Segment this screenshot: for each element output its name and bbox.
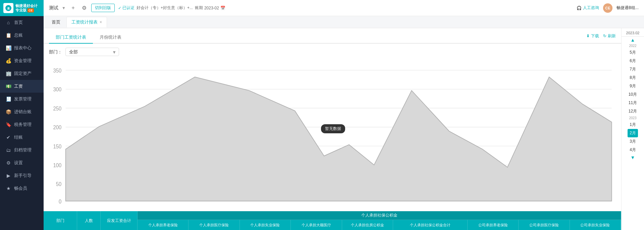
sidebar-item-reports[interactable]: 📊报表中心 bbox=[0, 42, 44, 54]
tax-icon: 🔖 bbox=[5, 122, 11, 127]
sidebar: 通 畅捷通好会计 专业版 CE ⌂首页📋总账📊报表中心💰资金管理🏢固定资产💵工资… bbox=[0, 0, 44, 230]
month-item-2022-8月[interactable]: 8月 bbox=[628, 74, 638, 82]
consultant-button[interactable]: 🎧 人工咨询 bbox=[577, 5, 599, 11]
sidebar-item-member[interactable]: ★畅会员 bbox=[0, 182, 44, 195]
download-button[interactable]: ⬇ 下载 bbox=[586, 33, 599, 39]
month-item-2022-6月[interactable]: 6月 bbox=[628, 57, 638, 65]
sidebar-nav: ⌂首页📋总账📊报表中心💰资金管理🏢固定资产💵工资🧾发票管理📦进销台账🔖税务管理✔… bbox=[0, 16, 44, 195]
month-item-2022-7月[interactable]: 7月 bbox=[628, 65, 638, 74]
sidebar-label-sales: 进销台账 bbox=[14, 109, 32, 115]
sidebar-item-funds[interactable]: 💰资金管理 bbox=[0, 54, 44, 67]
date-panel-header: 2023.02 bbox=[622, 30, 644, 37]
month-item-2022-11月[interactable]: 11月 bbox=[628, 99, 638, 107]
salary-icon: 💵 bbox=[5, 84, 11, 89]
sidebar-item-settings[interactable]: ⚙设置 bbox=[0, 156, 44, 169]
tab-bar: 首页 工资统计报表 × bbox=[44, 16, 644, 28]
year-label-2023: 2023 bbox=[628, 116, 638, 121]
logo-icon: 通 bbox=[3, 3, 13, 13]
refresh-button[interactable]: ↻ 刷新 bbox=[603, 33, 616, 39]
svg-text:200: 200 bbox=[53, 125, 61, 131]
sidebar-item-invoice[interactable]: 🧾发票管理 bbox=[0, 93, 44, 105]
subtab-month[interactable]: 月份统计表 bbox=[93, 32, 128, 44]
subtab-actions: ⬇ 下载 ↻ 刷新 bbox=[586, 33, 616, 42]
month-item-2023-2月[interactable]: 2月 bbox=[628, 129, 638, 137]
col-personal-unemployment: 个人承担失业保险 bbox=[240, 220, 291, 230]
month-item-2023-1月[interactable]: 1月 bbox=[628, 121, 638, 129]
date-down-button[interactable]: ▼ bbox=[630, 154, 636, 161]
user-name[interactable]: 畅捷通B组... bbox=[616, 5, 639, 11]
topbar-badges: ✓ 已认证 好会计（专）+好生意（标）+... 账期 2023-02 📅 bbox=[118, 5, 573, 11]
col-dept: 部门 bbox=[44, 211, 77, 230]
sidebar-item-archive[interactable]: 🗂归档管理 bbox=[0, 144, 44, 156]
dept-filter-label: 部门： bbox=[49, 49, 62, 55]
col-headcount: 人数 bbox=[77, 211, 101, 230]
tab-salary-report[interactable]: 工资统计报表 × bbox=[66, 17, 107, 28]
app-edition: 专业版 CE bbox=[15, 8, 38, 12]
settings-icon[interactable]: ⚙ bbox=[80, 4, 88, 12]
sidebar-item-settlement[interactable]: ✔结账 bbox=[0, 131, 44, 144]
product-info: 好会计（专）+好生意（标）+... bbox=[137, 5, 193, 11]
month-item-2022-5月[interactable]: 5月 bbox=[628, 48, 638, 57]
member-icon: ★ bbox=[5, 186, 11, 191]
sidebar-label-archive: 归档管理 bbox=[14, 147, 32, 153]
month-item-2022-9月[interactable]: 9月 bbox=[628, 82, 638, 90]
period-info: 账期 2023-02 📅 bbox=[195, 5, 225, 11]
month-item-2023-3月[interactable]: 3月 bbox=[628, 137, 638, 146]
col-salary-total: 应发工资合计 bbox=[101, 211, 138, 230]
month-item-2022-10月[interactable]: 10月 bbox=[628, 90, 638, 99]
svg-text:通: 通 bbox=[7, 7, 10, 10]
settlement-icon: ✔ bbox=[5, 135, 11, 140]
main-area: 测试 ▼ ＋ ⚙ 切到旧版 ✓ 已认证 好会计（专）+好生意（标）+... 账期… bbox=[44, 0, 644, 230]
sidebar-item-salary[interactable]: 💵工资 bbox=[0, 80, 44, 93]
month-item-2023-4月[interactable]: 4月 bbox=[628, 146, 638, 154]
sidebar-item-home[interactable]: ⌂首页 bbox=[0, 16, 44, 29]
ledger-icon: 📋 bbox=[5, 33, 11, 38]
sidebar-item-assets[interactable]: 🏢固定资产 bbox=[0, 67, 44, 80]
guide-icon: ▶ bbox=[5, 173, 11, 178]
certified-icon: ✓ bbox=[118, 6, 121, 10]
sales-icon: 📦 bbox=[5, 109, 11, 114]
svg-text:0: 0 bbox=[59, 198, 62, 204]
col-company-pension: 公司承担养老保险 bbox=[468, 220, 519, 230]
topbar: 测试 ▼ ＋ ⚙ 切到旧版 ✓ 已认证 好会计（专）+好生意（标）+... 账期… bbox=[44, 0, 644, 16]
calendar-icon[interactable]: 📅 bbox=[220, 6, 225, 10]
tab-home[interactable]: 首页 bbox=[47, 17, 65, 27]
sidebar-item-ledger[interactable]: 📋总账 bbox=[0, 29, 44, 42]
svg-text:100: 100 bbox=[53, 163, 61, 169]
sidebar-item-tax[interactable]: 🔖税务管理 bbox=[0, 118, 44, 131]
company-dropdown-arrow[interactable]: ▼ bbox=[62, 6, 66, 10]
topbar-right: 🎧 人工咨询 CE 畅捷通B组... bbox=[577, 3, 639, 13]
sidebar-label-reports: 报表中心 bbox=[14, 45, 32, 51]
sidebar-label-ledger: 总账 bbox=[14, 32, 23, 38]
svg-marker-18 bbox=[66, 77, 612, 201]
sidebar-label-funds: 资金管理 bbox=[14, 58, 32, 64]
salary-chart: 350 300 250 200 150 100 50 0 bbox=[49, 63, 616, 208]
tab-close-button[interactable]: × bbox=[100, 20, 102, 25]
col-company-medical: 公司承担医疗保险 bbox=[519, 220, 570, 230]
col-company-unemployment: 公司承担失业保险 bbox=[570, 220, 621, 230]
switch-old-button[interactable]: 切到旧版 bbox=[91, 4, 115, 12]
sidebar-label-invoice: 发票管理 bbox=[14, 96, 32, 102]
sidebar-label-assets: 固定资产 bbox=[14, 71, 32, 77]
sidebar-item-guide[interactable]: ▶新手引导 bbox=[0, 169, 44, 182]
svg-text:250: 250 bbox=[53, 105, 61, 111]
date-up-button[interactable]: ▲ bbox=[630, 37, 636, 43]
main-panel: 部门工资统计表 月份统计表 ⬇ 下载 ↻ 刷新 部门： bbox=[44, 28, 621, 230]
add-button[interactable]: ＋ bbox=[69, 4, 77, 12]
svg-text:150: 150 bbox=[53, 143, 61, 149]
svg-text:300: 300 bbox=[53, 87, 61, 93]
sidebar-item-sales[interactable]: 📦进销台账 bbox=[0, 105, 44, 118]
sidebar-label-member: 畅会员 bbox=[14, 185, 27, 191]
settings-icon: ⚙ bbox=[5, 160, 11, 166]
sidebar-label-settlement: 结账 bbox=[14, 134, 23, 140]
month-item-2022-12月[interactable]: 12月 bbox=[628, 107, 638, 116]
table-header: 部门 人数 应发工资合计 个人承担社保公积金 个人承担养老保险 bbox=[44, 211, 621, 230]
download-icon: ⬇ bbox=[586, 34, 590, 38]
funds-icon: 💰 bbox=[5, 58, 11, 63]
col-personal-pension: 个人承担养老保险 bbox=[138, 220, 189, 230]
subtab-dept[interactable]: 部门工资统计表 bbox=[49, 32, 93, 44]
app-logo: 通 畅捷通好会计 专业版 CE bbox=[0, 0, 44, 16]
chart-area: 350 300 250 200 150 100 50 0 bbox=[44, 60, 621, 211]
dept-select[interactable]: 全部 销售部 财务部 人事部 技术部 bbox=[65, 48, 119, 56]
date-panel: 2023.02 ▲ 20225月6月7月8月9月10月11月12月20231月2… bbox=[621, 28, 644, 230]
